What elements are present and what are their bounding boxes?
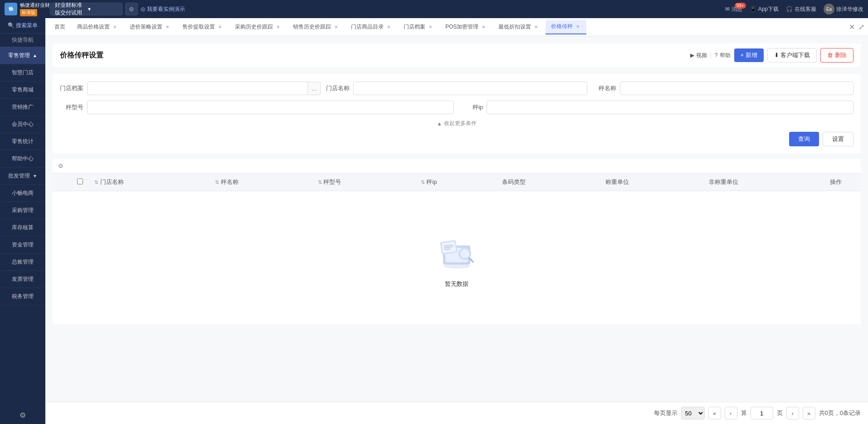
scale-model-label: 秤型号 (60, 103, 83, 111)
collapse-button[interactable]: ▲ 收起更多条件 (437, 120, 477, 127)
sidebar-item-invoice[interactable]: 发票管理 (0, 271, 45, 288)
prev-page-button[interactable]: ‹ (725, 407, 737, 419)
add-button[interactable]: + 新增 (734, 48, 764, 62)
online-service-button[interactable]: 🎧 在线客服 (786, 5, 816, 13)
tab-purchase-strategy[interactable]: 进价策略设置 ✕ (124, 20, 176, 34)
sidebar-item-inventory[interactable]: 库存核算 (0, 219, 45, 236)
message-button[interactable]: ✉ 消息 99+ (725, 5, 742, 13)
delete-button[interactable]: 🗑 删除 (820, 48, 853, 63)
tab-sale-history[interactable]: 销售历史价跟踪 ✕ (288, 20, 345, 34)
sidebar-item-marketing-label: 营销推广 (12, 103, 34, 111)
page-number-input[interactable] (751, 407, 773, 419)
sort-icon-ip[interactable]: ⇅ (421, 179, 425, 185)
tab-purchase-history[interactable]: 采购历史价跟踪 ✕ (229, 20, 287, 34)
settings-icon: ⚙ (20, 411, 26, 419)
version-badge: 标准版 (20, 9, 37, 16)
sidebar-settings-button[interactable]: ⚙ (0, 406, 45, 424)
tab-close-sale-history[interactable]: ✕ (333, 24, 339, 30)
tab-store-profile[interactable]: 门店档案 ✕ (398, 20, 439, 34)
col-barcode-type: 条码类型 (497, 173, 600, 191)
page-label: 算 (741, 409, 747, 417)
table-header-row: ⇅ 门店名称 ⇅ 秤名称 ⇅ 秤型号 (53, 173, 861, 191)
scale-model-input[interactable] (87, 101, 454, 114)
sidebar-quick-nav[interactable]: 快捷导航 (0, 34, 45, 47)
first-page-button[interactable]: « (708, 407, 721, 419)
sidebar-item-member[interactable]: 会员中心 (0, 116, 45, 133)
tab-close-pos-encrypt[interactable]: ✕ (480, 24, 487, 30)
tab-close-min-discount[interactable]: ✕ (533, 24, 539, 30)
col-operation: 操作 (824, 173, 861, 191)
tab-home-label: 首页 (54, 23, 65, 31)
col-non-weight-unit-label: 非称重单位 (709, 178, 738, 185)
sidebar-item-help[interactable]: 帮助中心 (0, 150, 45, 168)
tab-sale-history-label: 销售历史价跟踪 (293, 23, 331, 31)
tab-sale-extract[interactable]: 售价提取设置 ✕ (177, 20, 229, 34)
scale-model-field: 秤型号 (60, 101, 454, 114)
tab-price-scale[interactable]: 价格传秤 ✕ (546, 20, 586, 34)
tab-close-price-scale[interactable]: ✕ (575, 24, 581, 29)
tab-store-catalog[interactable]: 门店商品目录 ✕ (346, 20, 397, 34)
close-all-tabs-button[interactable]: ✕ (849, 23, 855, 31)
edition-settings-button[interactable]: ⚙ (125, 3, 138, 15)
tab-home[interactable]: 首页 (49, 20, 71, 34)
sidebar-item-smart-store-label: 智慧门店 (12, 69, 34, 77)
app-download-button[interactable]: 📱 App下载 (750, 5, 779, 13)
sidebar-item-member-label: 会员中心 (12, 120, 34, 128)
sidebar-item-purchase[interactable]: 采购管理 (0, 202, 45, 219)
tab-close-purchase-strategy[interactable]: ✕ (164, 24, 171, 30)
tab-close-purchase-history[interactable]: ✕ (275, 24, 281, 30)
message-badge: 99+ (735, 3, 746, 9)
sidebar-item-invoice-label: 发票管理 (12, 275, 34, 283)
tab-close-store-profile[interactable]: ✕ (427, 24, 434, 30)
last-page-button[interactable]: » (803, 407, 815, 419)
demo-link[interactable]: ◎ 我要看实例演示 (141, 5, 185, 13)
edition-selector[interactable]: 好业财标准版交付试用 ▾ (50, 3, 122, 15)
tab-close-goods-price[interactable]: ✕ (112, 24, 118, 30)
first-page-icon: « (713, 410, 716, 417)
tab-pos-encrypt[interactable]: POS加密管理 ✕ (440, 20, 492, 34)
sidebar-item-tax-label: 税务管理 (12, 293, 34, 300)
tab-close-store-catalog[interactable]: ✕ (385, 24, 392, 30)
tab-sale-extract-label: 售价提取设置 (182, 23, 215, 31)
user-name: 徐泽华修改 (836, 5, 863, 13)
sidebar-item-finance[interactable]: 资金管理 (0, 236, 45, 254)
scale-name-input[interactable] (620, 82, 853, 95)
sidebar-item-wholesale[interactable]: 批发管理 ▼ (0, 168, 45, 185)
chevron-down-icon: ▼ (33, 173, 37, 178)
sort-icon-model[interactable]: ⇅ (318, 179, 322, 185)
set-button[interactable]: 设置 (823, 132, 853, 146)
sidebar-item-retail-mall[interactable]: 零售商城 (0, 82, 45, 99)
sort-icon[interactable]: ⇅ (94, 179, 98, 185)
tab-bar-actions: ✕ ⤢ (849, 23, 864, 31)
select-all-checkbox[interactable] (77, 178, 83, 184)
store-name-input[interactable] (353, 82, 587, 95)
sidebar-item-retail-stats[interactable]: 零售统计 (0, 133, 45, 150)
help-link[interactable]: ? 帮助 (715, 52, 731, 59)
tab-min-discount[interactable]: 最低折扣设置 ✕ (493, 20, 545, 34)
sidebar-item-retail[interactable]: 零售管理 ▲ (0, 47, 45, 64)
scale-ip-input[interactable] (487, 101, 853, 114)
sidebar-item-smart-store[interactable]: 智慧门店 (0, 64, 45, 82)
message-icon: ✉ (725, 6, 730, 12)
table-settings-icon[interactable]: ⚙ (58, 163, 63, 169)
store-profile-input[interactable] (87, 82, 308, 95)
sidebar-item-ledger[interactable]: 总账管理 (0, 254, 45, 271)
query-button[interactable]: 查询 (789, 132, 819, 146)
download-icon: 📱 (750, 6, 756, 12)
sidebar-item-tax[interactable]: 税务管理 (0, 288, 45, 305)
search-form: 门店档案 ... 门店名称 秤名称 (53, 74, 861, 154)
sidebar-item-marketing[interactable]: 营销推广 (0, 99, 45, 116)
next-page-button[interactable]: › (786, 407, 799, 419)
user-menu[interactable]: Ea 徐泽华修改 (824, 4, 863, 14)
download-button[interactable]: ⬇ 客户端下载 (767, 48, 817, 63)
main-layout: 🔍 搜索菜单 快捷导航 零售管理 ▲ 智慧门店 零售商城 营销推广 会员中心 零… (0, 18, 868, 424)
sidebar-item-ecommerce[interactable]: 小畅电商 (0, 185, 45, 202)
expand-tab-button[interactable]: ⤢ (858, 23, 864, 31)
per-page-select[interactable]: 50 10 20 100 (681, 407, 705, 419)
sidebar-search[interactable]: 🔍 搜索菜单 (0, 18, 45, 34)
video-link[interactable]: ▶ 视频 (690, 52, 707, 59)
store-profile-dots-button[interactable]: ... (308, 82, 321, 95)
tab-goods-price[interactable]: 商品价格设置 ✕ (72, 20, 123, 34)
tab-close-sale-extract[interactable]: ✕ (217, 24, 223, 30)
sort-icon-scale[interactable]: ⇅ (215, 179, 219, 185)
